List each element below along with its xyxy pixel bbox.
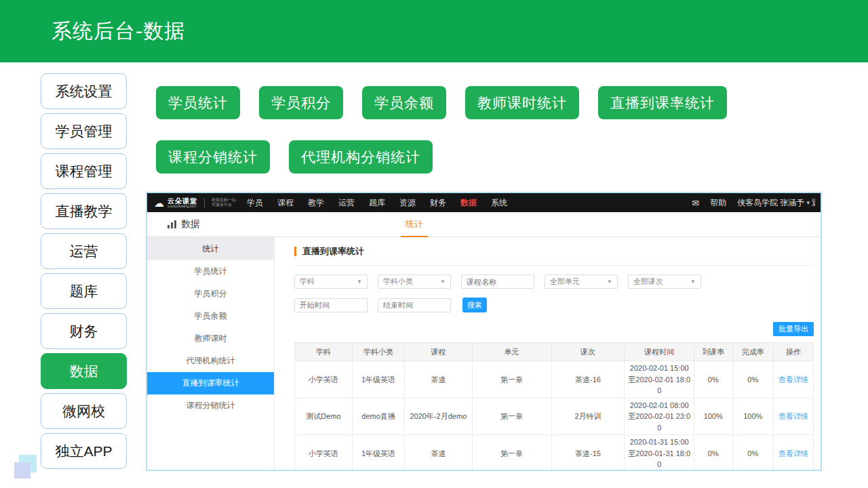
filter-input[interactable] [378, 298, 451, 312]
side-menu-item[interactable]: 学员积分 [147, 283, 274, 305]
sidebar-button[interactable]: 财务 [41, 313, 127, 349]
side-menu-header: 统计 [147, 237, 274, 260]
chevron-down-icon: ▾ [806, 199, 810, 206]
quick-buttons: 学员统计学员积分学员余额教师课时统计直播到课率统计课程分销统计代理机构分销统计 [156, 86, 821, 174]
table-cell: 2020年-2月demo [405, 398, 472, 435]
tab-statistics[interactable]: 统计 [401, 212, 428, 237]
table-cell: 0% [694, 435, 732, 472]
cloud-icon: ☁ [154, 198, 164, 208]
side-menu-item[interactable]: 直播到课率统计 [147, 372, 274, 394]
nav-item[interactable]: 资源 [399, 197, 416, 209]
nav-item[interactable]: 课程 [277, 197, 294, 209]
view-detail-link[interactable]: 查看详情 [778, 375, 808, 384]
admin-screenshot: ☁ 云朵课堂 yunduoketang.com 教育机构一站 式服务平台 学员课… [146, 192, 822, 471]
view-detail-link[interactable]: 查看详情 [778, 449, 808, 458]
nav-item[interactable]: 题库 [369, 197, 385, 209]
sidebar-button[interactable]: 学员管理 [41, 113, 127, 149]
table-cell: 第一章 [472, 398, 551, 435]
filter-select[interactable]: 学科小类▼ [378, 274, 451, 289]
admin-content: 直播到课率统计 学科▼学科小类▼全部单元▼全部课次▼ 搜索 批量导出 学科学科小… [275, 237, 821, 470]
nav-item[interactable]: 教学 [308, 197, 324, 209]
quick-button[interactable]: 学员统计 [156, 86, 240, 119]
table-cell: 100% [694, 398, 732, 435]
admin-body: 统计 学员统计学员积分学员余额教师课时代理机构统计直播到课率统计课程分销统计 直… [147, 237, 821, 470]
nav-item[interactable]: 系统 [491, 197, 507, 209]
account-menu[interactable]: 侠客岛学院 张涵予 ▾ 退 [737, 197, 815, 209]
side-menu-item[interactable]: 代理机构统计 [147, 350, 274, 372]
nav-item[interactable]: 财务 [430, 197, 446, 209]
view-detail-link[interactable]: 查看详情 [778, 412, 808, 420]
table-cell: 0% [732, 435, 773, 472]
sidebar-button[interactable]: 系统设置 [41, 73, 127, 109]
admin-subnav: 数据 统计 [147, 212, 821, 237]
quick-button[interactable]: 直播到课率统计 [598, 86, 727, 119]
table-cell: 小学英语 [295, 361, 353, 399]
quick-button[interactable]: 教师课时统计 [465, 86, 579, 119]
page-header: 系统后台-数据 [0, 0, 868, 62]
table-header-row: 学科学科小类课程单元课次课程时间到课率完成率操作 [295, 343, 814, 361]
table-cell: 小学英语 [295, 435, 353, 472]
text-input[interactable] [300, 301, 362, 309]
table-cell: 茶道 [405, 361, 472, 399]
filter-input[interactable] [294, 298, 368, 312]
column-header: 课程时间 [625, 343, 694, 361]
filter-select[interactable]: 全部单元▼ [545, 274, 618, 289]
side-menu-item[interactable]: 学员统计 [147, 260, 274, 283]
sidebar-button[interactable]: 题库 [41, 273, 127, 309]
table-cell: 茶道 [405, 435, 472, 472]
logo-tagline: 教育机构一站 式服务平台 [212, 198, 236, 207]
table-cell: 茶道-16 [551, 361, 625, 399]
divider [294, 265, 814, 266]
filter-select[interactable]: 学科▼ [294, 274, 368, 289]
page-title: 系统后台-数据 [0, 18, 185, 45]
table-cell: 第一章 [472, 361, 551, 399]
sidebar-button[interactable]: 独立APP [41, 433, 127, 469]
search-button[interactable]: 搜索 [462, 298, 487, 312]
table-cell: 2020-02-01 15:00至2020-02-01 18:00 [625, 361, 694, 399]
filter-row-1: 学科▼学科小类▼全部单元▼全部课次▼ [294, 274, 814, 289]
sidebar-button[interactable]: 微网校 [41, 393, 127, 429]
side-menu-item[interactable]: 学员余额 [147, 305, 274, 327]
quick-button[interactable]: 课程分销统计 [156, 140, 270, 174]
table-cell: 1年级英语 [352, 361, 404, 399]
chevron-down-icon: ▼ [607, 279, 612, 285]
side-menu-item[interactable]: 课程分销统计 [147, 394, 274, 417]
column-header: 单元 [472, 343, 551, 361]
sidebar-button[interactable]: 数据 [41, 353, 127, 389]
batch-export-button[interactable]: 批量导出 [773, 322, 814, 336]
admin-nav-menu: 学员课程教学运营题库资源财务数据系统 [247, 197, 507, 209]
table-cell: 2020-02-01 08:00至2020-02-01 23:00 [625, 398, 694, 435]
text-input[interactable] [467, 278, 529, 286]
admin-topnav: ☁ 云朵课堂 yunduoketang.com 教育机构一站 式服务平台 学员课… [147, 193, 821, 212]
table-cell: 2月特训 [551, 398, 625, 435]
logo-separator [204, 198, 205, 207]
nav-item[interactable]: 学员 [247, 197, 263, 209]
admin-nav-right: ✉ 帮助 侠客岛学院 张涵予 ▾ 退 [692, 197, 815, 209]
column-header: 学科小类 [352, 343, 404, 361]
quick-button[interactable]: 代理机构分销统计 [289, 140, 433, 174]
text-input[interactable] [383, 301, 446, 309]
column-header: 课次 [551, 343, 625, 361]
column-header: 课程 [405, 343, 472, 361]
logo[interactable]: ☁ 云朵课堂 yunduoketang.com 教育机构一站 式服务平台 [154, 197, 236, 209]
help-link[interactable]: 帮助 [710, 197, 726, 209]
nav-item[interactable]: 运营 [338, 197, 355, 209]
filter-select[interactable]: 全部课次▼ [628, 274, 701, 289]
module-label: 数据 [147, 218, 200, 230]
sidebar-button[interactable]: 直播教学 [41, 193, 127, 229]
quick-button[interactable]: 学员余额 [362, 86, 446, 119]
table-cell-action: 查看详情 [774, 435, 814, 472]
mail-icon[interactable]: ✉ [692, 198, 699, 208]
filter-row-2: 搜索 [294, 298, 814, 312]
sidebar-button[interactable]: 运营 [41, 233, 127, 269]
table-cell: 第一章 [472, 435, 551, 472]
nav-item[interactable]: 数据 [460, 197, 477, 209]
column-header: 学科 [295, 343, 353, 361]
filter-input[interactable] [461, 274, 534, 289]
attendance-table: 学科学科小类课程单元课次课程时间到课率完成率操作 小学英语1年级英语茶道第一章茶… [294, 342, 814, 471]
admin-side-menu: 统计 学员统计学员积分学员余额教师课时代理机构统计直播到课率统计课程分销统计 [147, 237, 275, 470]
table-cell: 0% [694, 361, 732, 399]
quick-button[interactable]: 学员积分 [259, 86, 343, 119]
sidebar-button[interactable]: 课程管理 [41, 153, 127, 189]
side-menu-item[interactable]: 教师课时 [147, 327, 274, 350]
